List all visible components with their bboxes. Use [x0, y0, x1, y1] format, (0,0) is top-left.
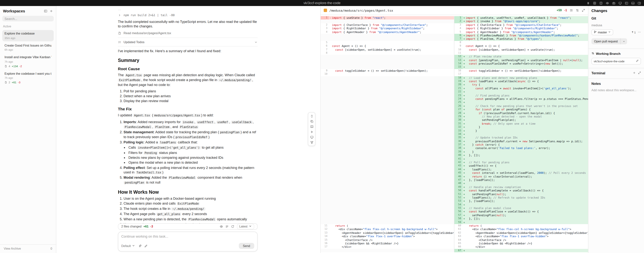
- line-number: 65: [454, 242, 463, 245]
- eye-icon[interactable]: [606, 1, 609, 5]
- pencil-icon[interactable]: [144, 244, 148, 248]
- branch-more-button[interactable]: [638, 30, 641, 34]
- line-number: 26: [454, 104, 463, 108]
- diff-marker: [463, 224, 466, 228]
- diff-row: 44+ loadPlans();: [321, 168, 588, 171]
- diff-content[interactable]: 1-import { useState } from "react";1+imp…: [321, 15, 588, 253]
- fork-button[interactable]: [309, 140, 314, 144]
- pr-dropdown[interactable]: [620, 38, 627, 44]
- grid-icon[interactable]: [593, 1, 596, 5]
- code-line: [466, 203, 588, 206]
- monitor-icon[interactable]: [618, 1, 622, 5]
- plus-icon[interactable]: [50, 10, 53, 13]
- diff-cell-new: 61 <div className="flex flex-col h-scree…: [454, 228, 588, 231]
- diff-marker: [329, 192, 332, 196]
- diff-list-icon[interactable]: [225, 225, 229, 228]
- play-button[interactable]: [309, 130, 314, 134]
- paperclip-icon[interactable]: [138, 244, 142, 248]
- code-line: [332, 41, 454, 44]
- todos-collapsible[interactable]: Updated Todos: [118, 38, 258, 46]
- open-pull-request-button[interactable]: Open pull request: [592, 38, 627, 44]
- code-line: [332, 157, 454, 161]
- inline-code: ExitPlanMode: [118, 78, 142, 82]
- text-run: The build completed successfully with no…: [118, 20, 257, 28]
- workspace-item[interactable]: Explore the codebase35m ago: [2, 30, 54, 41]
- diff-cell-old: [321, 210, 454, 214]
- pause-icon[interactable]: [586, 1, 590, 5]
- panel-left-icon[interactable]: [44, 10, 47, 13]
- panel-left-icon[interactable]: [625, 1, 628, 5]
- view-archive-button[interactable]: View Archive 0: [0, 244, 56, 253]
- line-number: [321, 55, 329, 58]
- chat-messages[interactable]: npm run build 2>&1 | tail -80The build c…: [56, 6, 320, 223]
- working-branch-input[interactable]: vk/3ccf-explore-the-code: [592, 58, 641, 64]
- diff-cell-new: 53+ }, [loadPlans]);: [454, 200, 588, 203]
- camera-icon[interactable]: [612, 1, 616, 5]
- diff-cell-old: [321, 90, 454, 94]
- code-line: [332, 182, 454, 186]
- diff-cell-new: 7+import { PlanItem, PlanStatus } from "…: [454, 37, 588, 41]
- text-run: I updated: [118, 113, 133, 117]
- search-input[interactable]: Search...: [2, 16, 54, 22]
- line-number: 9: [321, 69, 329, 73]
- code-line: [332, 104, 454, 108]
- diff-marker: [463, 23, 466, 27]
- tool-call-row[interactable]: Read medusa/src/pages/Agent.tsx: [118, 31, 258, 35]
- diff-row: 51+ setPendingPlan(null);: [321, 192, 588, 196]
- tool-call-row[interactable]: npm run build 2>&1 | tail -80: [118, 14, 258, 17]
- branch-selector[interactable]: master: [592, 29, 614, 35]
- code-line: const toggleSidebar = () => setSidebarOp…: [466, 69, 588, 73]
- diff-row: 58+ }, []);: [321, 217, 588, 221]
- diff-cell-new: 21+ const allPlans = await invoke<PlanIt…: [454, 87, 588, 90]
- line-number: 7: [454, 37, 463, 41]
- panel-right-icon[interactable]: [638, 1, 641, 5]
- monitor-button[interactable]: [309, 135, 314, 139]
- notes-section-header: Notes: [592, 82, 641, 88]
- wrap-icon[interactable]: [570, 9, 573, 12]
- expand-icon[interactable]: [582, 9, 585, 12]
- book-button[interactable]: [309, 124, 314, 129]
- diff-panel: /medusa/medusa/src/pages/Agent.tsx +59 -…: [320, 6, 588, 253]
- expand-icon[interactable]: [638, 71, 641, 74]
- chevron-down-icon[interactable]: [254, 40, 258, 44]
- workspace-item[interactable]: Create Good First Issues on Github So...…: [2, 42, 54, 53]
- diff-marker: +: [463, 76, 466, 80]
- copy-button[interactable]: [309, 119, 314, 124]
- line-number: 15: [321, 238, 329, 242]
- refresh-icon[interactable]: [231, 225, 234, 228]
- diff-cell-old: 15 <ChatInterface />: [321, 238, 454, 242]
- sliders-icon[interactable]: [576, 9, 579, 12]
- line-number: 4: [321, 30, 329, 34]
- code-line: [332, 111, 454, 115]
- line-number: 53: [454, 200, 463, 203]
- eye-icon[interactable]: [220, 225, 223, 228]
- message-input[interactable]: Continue working on this task...: [121, 234, 254, 240]
- line-number: 9: [454, 44, 463, 48]
- line-number: [321, 104, 329, 108]
- diff-marker: [329, 58, 332, 62]
- pencil-icon[interactable]: [636, 59, 639, 62]
- code-line: return (: [466, 224, 588, 228]
- diff-marker: [329, 171, 332, 175]
- code-line: // Plan review state: [466, 55, 588, 58]
- diff-cell-new: 48+: [454, 182, 588, 186]
- model-selector[interactable]: Default: [121, 244, 135, 248]
- latest-dropdown[interactable]: Latest: [237, 224, 254, 229]
- columns-icon[interactable]: [599, 1, 603, 5]
- notes-placeholder[interactable]: Add notes about this workspace...: [592, 88, 641, 92]
- plus-icon[interactable]: [633, 71, 636, 74]
- panel-bottom-icon[interactable]: [631, 1, 634, 5]
- unfold-button[interactable]: [309, 114, 314, 118]
- code-line: [332, 150, 454, 154]
- dots-h-icon: [638, 30, 641, 34]
- send-button[interactable]: Send: [239, 243, 254, 249]
- line-number: [321, 206, 329, 210]
- workspace-item[interactable]: Install and integrate Vibe Kanban Web...…: [2, 54, 54, 69]
- diff-row: 31+ break; // Only open one at a time: [321, 122, 588, 125]
- file-count: 4: [9, 64, 10, 68]
- diff-row: 24+ const pendingPlans = allPlans.filter…: [321, 97, 588, 101]
- diff-cell-old: 14 <div className="flex flex-1 overflow-…: [321, 234, 454, 238]
- workspace-item[interactable]: Explore the codebase I want you to ex...…: [2, 70, 54, 86]
- code-line: // Check for new pending plans that were…: [466, 104, 588, 108]
- diff-marker: [329, 97, 332, 101]
